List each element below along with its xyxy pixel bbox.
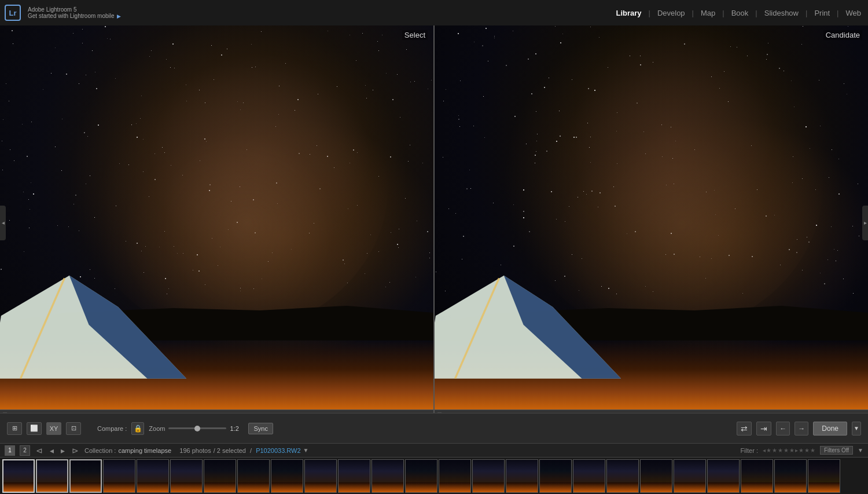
film-thumb-19[interactable] xyxy=(640,459,672,493)
film-thumb-11[interactable] xyxy=(372,459,404,493)
prev-btn[interactable]: ← xyxy=(776,422,790,436)
thumb-sky-18 xyxy=(607,460,638,482)
survey-view-btn[interactable]: ⊡ xyxy=(66,422,81,435)
film-thumb-10[interactable] xyxy=(338,459,370,493)
thumb-sky-4 xyxy=(137,460,168,482)
nav-last-btn[interactable]: ⊳ xyxy=(71,446,80,455)
left-panel-toggle[interactable]: ◂ xyxy=(0,206,6,240)
thumb-ground-24 xyxy=(808,482,840,492)
sync-btn[interactable]: Sync xyxy=(248,423,273,434)
zoom-control: Zoom 1:2 xyxy=(149,425,244,432)
film-thumb-16[interactable] xyxy=(539,459,572,493)
film-thumb-2[interactable] xyxy=(69,459,102,493)
thumb-sky-8 xyxy=(271,460,303,482)
filmstrip-header: 1 2 ⊲ ◂ ▸ ⊳ Collection : camping timelap… xyxy=(0,444,868,458)
zoom-slider-thumb[interactable] xyxy=(194,426,200,431)
panel-1-btn[interactable]: 1 xyxy=(5,445,15,456)
lr-logo: Lr xyxy=(0,0,25,25)
thumb-ground-16 xyxy=(540,482,571,492)
film-thumb-23[interactable] xyxy=(774,459,807,493)
zoom-slider[interactable] xyxy=(168,427,226,429)
zoom-value: 1:2 xyxy=(230,425,244,432)
candidate-photo[interactable] xyxy=(435,25,868,409)
film-thumb-15[interactable] xyxy=(506,459,538,493)
film-thumb-22[interactable] xyxy=(741,459,773,493)
film-thumb-13[interactable] xyxy=(439,459,471,493)
promo-arrow: ▶ xyxy=(117,13,121,19)
thumb-ground-2 xyxy=(71,482,101,492)
film-thumb-17[interactable] xyxy=(573,459,605,493)
right-toggle-icon: ▸ xyxy=(864,219,867,226)
filters-off-dropdown[interactable]: Filters Off xyxy=(820,446,853,455)
nav-next-btn[interactable]: ▸ xyxy=(60,446,66,455)
film-thumb-20[interactable] xyxy=(674,459,706,493)
done-btn[interactable]: Done xyxy=(813,422,847,436)
thumb-sky-24 xyxy=(808,460,840,482)
thumb-sky-22 xyxy=(741,460,773,482)
thumb-sky-17 xyxy=(573,460,605,482)
nav-prev-btn[interactable]: ◂ xyxy=(49,446,55,455)
film-thumb-24[interactable] xyxy=(808,459,840,493)
loupe-view-btn[interactable]: ⬜ xyxy=(27,422,42,435)
film-thumb-7[interactable] xyxy=(237,459,270,493)
thumb-sky-1 xyxy=(37,460,67,482)
nav-print[interactable]: Print xyxy=(807,0,837,25)
lock-btn[interactable]: 🔒 xyxy=(131,422,144,435)
nav-first-btn[interactable]: ⊲ xyxy=(35,446,44,455)
film-thumb-9[interactable] xyxy=(304,459,337,493)
nav-book[interactable]: Book xyxy=(724,0,756,25)
thumb-ground-8 xyxy=(271,482,303,492)
nav-map[interactable]: Map xyxy=(694,0,722,25)
selected-info: / 2 selected xyxy=(214,447,246,454)
done-dropdown[interactable]: ▼ xyxy=(852,422,861,436)
next-btn[interactable]: → xyxy=(795,422,808,436)
compare-label: Compare : xyxy=(97,425,127,432)
nav-web[interactable]: Web xyxy=(839,0,869,25)
select-label: Select xyxy=(402,30,428,40)
app-info: Adobe Lightroom 5 Get started with Light… xyxy=(28,6,121,19)
thumb-sky-14 xyxy=(473,460,504,482)
grid-view-btn[interactable]: ⊞ xyxy=(7,422,22,435)
thumb-sky-19 xyxy=(641,460,672,482)
filmstrip-scroll[interactable] xyxy=(0,458,868,494)
thumb-ground-9 xyxy=(305,482,336,492)
thumb-ground-4 xyxy=(137,482,168,492)
photo-dropdown-arrow[interactable]: ▼ xyxy=(303,447,309,453)
thumb-ground-11 xyxy=(372,482,403,492)
thumb-ground-20 xyxy=(674,482,705,492)
collection-name[interactable]: camping timelapse xyxy=(118,447,171,454)
swap-btn[interactable]: ⇄ xyxy=(737,422,752,436)
film-thumb-1[interactable] xyxy=(36,459,68,493)
film-thumb-18[interactable] xyxy=(606,459,639,493)
film-thumb-6[interactable] xyxy=(204,459,236,493)
select-photo[interactable] xyxy=(0,25,433,409)
nav-menu: Library | Develop | Map | Book | Slidesh… xyxy=(609,0,868,25)
promo-text[interactable]: Get started with Lightroom mobile ▶ xyxy=(28,13,121,19)
thumb-sky-11 xyxy=(372,460,403,482)
film-thumb-0[interactable] xyxy=(2,459,35,493)
nav-library[interactable]: Library xyxy=(609,0,648,25)
left-toggle-icon: ◂ xyxy=(2,219,5,226)
candidate-panel: Candidate ☐ ✕ · · · · · · · · · · · · · … xyxy=(435,25,868,420)
zoom-label: Zoom xyxy=(149,425,165,432)
thumb-ground-5 xyxy=(171,482,202,492)
nav-slideshow[interactable]: Slideshow xyxy=(757,0,806,25)
panel-2-btn[interactable]: 2 xyxy=(20,445,30,456)
film-thumb-5[interactable] xyxy=(170,459,203,493)
thumb-ground-23 xyxy=(775,482,806,492)
photo-name[interactable]: P1020033.RW2 xyxy=(256,447,300,454)
film-thumb-4[interactable] xyxy=(137,459,169,493)
film-thumb-12[interactable] xyxy=(405,459,437,493)
right-panel-toggle[interactable]: ▸ xyxy=(862,206,868,240)
thumb-ground-14 xyxy=(473,482,504,492)
lr-logo-icon: Lr xyxy=(5,5,21,21)
film-thumb-8[interactable] xyxy=(271,459,303,493)
compare-view-btn[interactable]: XY xyxy=(46,422,61,435)
thumb-sky-9 xyxy=(305,460,336,482)
make-select-btn[interactable]: ⇥ xyxy=(756,422,771,436)
film-thumb-14[interactable] xyxy=(472,459,505,493)
film-thumb-3[interactable] xyxy=(103,459,135,493)
filter-dropdown-arrow[interactable]: ▼ xyxy=(858,447,863,453)
film-thumb-21[interactable] xyxy=(707,459,740,493)
nav-develop[interactable]: Develop xyxy=(650,0,692,25)
